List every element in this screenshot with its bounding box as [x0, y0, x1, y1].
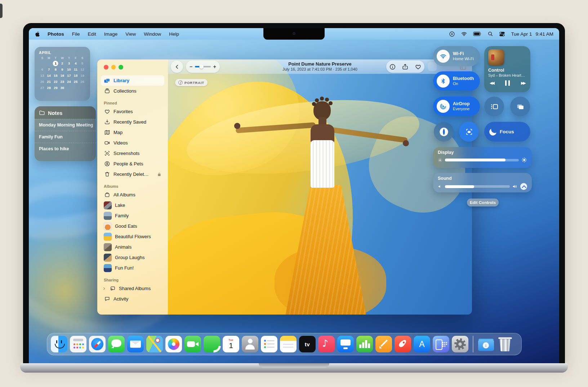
dock-app-maps[interactable] [146, 336, 163, 352]
sidebar-item-label: Screenshots [113, 151, 161, 156]
menu-item-image[interactable]: Image [104, 31, 118, 37]
dock-app-finder[interactable] [51, 336, 67, 352]
chevron-right-icon[interactable] [102, 287, 106, 290]
menu-item-file[interactable]: File [72, 31, 80, 37]
sidebar-item-beautiful-flowers[interactable]: Beautiful Flowers [101, 231, 164, 242]
dock-app-launchpad[interactable] [70, 336, 86, 352]
forward-icon[interactable]: ▶▶ [521, 81, 525, 85]
dock-app-photos[interactable] [165, 336, 182, 352]
share-icon[interactable] [402, 63, 409, 70]
notes-widget[interactable]: Notes Monday Morning MeetingFamily FunPl… [35, 106, 96, 161]
info-icon[interactable] [389, 63, 396, 70]
dock-app-safari[interactable] [89, 336, 106, 352]
menu-item-edit[interactable]: Edit [88, 31, 96, 37]
pause-icon[interactable] [505, 80, 510, 86]
stage-manager-button[interactable] [484, 97, 504, 116]
sidebar-item-label: People & Pets [113, 161, 161, 166]
control-center-icon[interactable] [499, 31, 505, 37]
sidebar-item-videos[interactable]: Videos [101, 138, 164, 148]
dock-app-contacts[interactable] [242, 336, 258, 352]
zoom-slider[interactable]: − + [186, 61, 220, 73]
spotlight-search-icon[interactable] [487, 31, 493, 37]
screen-mirroring-button[interactable] [510, 97, 530, 116]
active-app-menu[interactable]: Photos [48, 31, 64, 37]
sidebar-item-shared-albums[interactable]: Shared Albums [101, 283, 164, 294]
sidebar-item-label: Videos [113, 140, 161, 146]
sidebar-item-label: Library [113, 78, 161, 83]
wifi-control[interactable]: Wi-Fi Home Wi-Fi [433, 46, 480, 66]
dock-app-trash[interactable] [497, 336, 513, 352]
sidebar-item-map[interactable]: Map [101, 127, 164, 138]
sidebar-item-animals[interactable]: Animals [101, 242, 164, 252]
sidebar-item-favorites[interactable]: Favorites [101, 106, 164, 117]
now-playing-widget[interactable]: Control Syd – Broken Heart… ◀◀ ▶▶ [484, 46, 530, 92]
dock-app-phone[interactable] [204, 336, 220, 352]
volume-slider[interactable] [445, 185, 510, 188]
favorite-icon[interactable] [415, 63, 422, 70]
sidebar-item-library[interactable]: Library [101, 75, 164, 86]
dock-app-notes[interactable] [280, 336, 297, 352]
dock-app-rocket-app[interactable] [395, 336, 411, 352]
menu-item-window[interactable]: Window [144, 31, 161, 37]
dock-app-keynote[interactable] [337, 336, 354, 352]
dock-app-system-settings[interactable] [452, 336, 468, 352]
zoom-knob[interactable] [199, 64, 204, 69]
airdrop-control[interactable]: AirDrop Everyone [433, 97, 480, 116]
subject-top [311, 140, 334, 188]
sidebar-item-recently-saved[interactable]: Recently Saved [101, 117, 164, 127]
focus-control[interactable]: Focus [484, 122, 530, 142]
portrait-badge[interactable]: ƒ PORTRAIT [175, 79, 208, 86]
dock-app-apple-tv[interactable]: tv [299, 336, 316, 352]
edit-controls-button[interactable]: Edit Controls [467, 199, 499, 206]
rewind-icon[interactable]: ◀◀ [490, 81, 494, 85]
brightness-slider[interactable] [445, 159, 519, 161]
zoom-in-label[interactable]: + [213, 64, 216, 69]
dock-app-calendar[interactable]: Tue1 [223, 336, 239, 352]
dock-app-reminders[interactable] [261, 336, 277, 352]
dock-app-messages[interactable] [108, 336, 125, 352]
screenshot-button[interactable] [459, 122, 479, 142]
sidebar-item-screenshots[interactable]: Screenshots [101, 148, 164, 159]
sidebar-item-group-laughs[interactable]: Group Laughs [101, 252, 164, 263]
bluetooth-control[interactable]: Bluetooth On [433, 71, 480, 91]
dock-app-mail[interactable] [127, 336, 144, 352]
back-button[interactable] [171, 61, 183, 73]
note-item-places-to-hike[interactable]: Places to hike [35, 143, 96, 155]
sound-control[interactable]: Sound [433, 173, 532, 192]
display-control[interactable]: Display [433, 147, 532, 168]
sidebar-item-family[interactable]: Family [101, 210, 164, 221]
sidebar-item-fun-fun[interactable]: Fun Fun! [101, 263, 164, 273]
dock-app-music[interactable] [318, 336, 335, 352]
dock-app-numbers[interactable] [356, 336, 373, 352]
zoom-button[interactable] [119, 65, 123, 70]
menu-bar-clock[interactable]: Tue Apr 1 9:41 AM [511, 31, 553, 37]
dock-app-iphone-mirroring[interactable] [433, 336, 449, 352]
note-item-family-fun[interactable]: Family Fun [35, 131, 96, 143]
accessibility-button[interactable] [434, 122, 454, 142]
menu-item-view[interactable]: View [125, 31, 136, 37]
edit-icon[interactable] [428, 62, 437, 71]
zoom-track[interactable] [195, 66, 211, 67]
sidebar-item-activity[interactable]: Activity [101, 294, 164, 304]
sidebar-item-all-albums[interactable]: All Albums [101, 190, 164, 200]
wifi-status-icon[interactable] [461, 31, 467, 37]
dock-app-facetime[interactable] [184, 336, 201, 352]
now-playing-icon[interactable] [449, 31, 455, 37]
sidebar-item-people-pets[interactable]: People & Pets [101, 159, 164, 169]
apple-menu-icon[interactable] [35, 31, 40, 37]
sidebar-item-good-eats[interactable]: Good Eats [101, 221, 164, 231]
dock-app-app-store[interactable]: A [414, 336, 430, 352]
zoom-out-label[interactable]: − [190, 64, 192, 69]
note-item-monday-morning-meeting[interactable]: Monday Morning Meeting [35, 119, 96, 131]
calendar-widget[interactable]: APRIL SMTWTFS123456789101112131415161718… [35, 47, 90, 101]
sidebar-item-lake[interactable]: Lake [101, 200, 164, 210]
minimize-button[interactable] [111, 65, 116, 70]
close-button[interactable] [104, 65, 108, 70]
sidebar-item-recently-delet[interactable]: Recently Delet… [101, 169, 164, 179]
dock-app-downloads[interactable] [478, 336, 494, 352]
sound-expand-button[interactable] [520, 183, 527, 190]
dock-app-pages[interactable] [375, 336, 392, 352]
menu-item-help[interactable]: Help [169, 31, 179, 37]
sidebar-item-collections[interactable]: Collections [101, 86, 164, 96]
battery-icon[interactable] [473, 31, 482, 36]
